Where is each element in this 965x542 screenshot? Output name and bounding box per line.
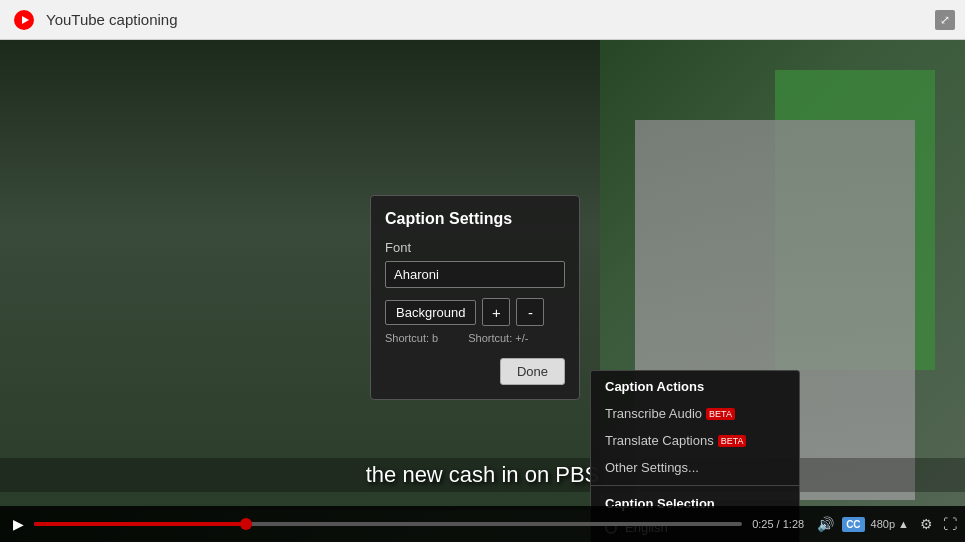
background-button[interactable]: Background [385,300,476,325]
expand-button[interactable]: ⤢ [935,10,955,30]
quality-button[interactable]: 480p ▲ [871,518,909,530]
caption-overlay: the new cash in on PBS [0,458,965,492]
font-input[interactable] [385,261,565,288]
caption-settings-panel: Caption Settings Font Background + - Sho… [370,195,580,400]
caption-settings-heading: Caption Settings [385,210,565,228]
translate-beta-badge: BETA [718,435,747,447]
transcribe-audio-item[interactable]: Transcribe Audio BETA [591,400,799,427]
video-player: the new cash in on PBS Caption Settings … [0,40,965,542]
done-button[interactable]: Done [500,358,565,385]
app-logo [10,6,38,34]
caption-actions-header: Caption Actions [591,371,799,400]
shortcut-row: Shortcut: b Shortcut: +/- [385,332,565,344]
translate-captions-label: Translate Captions [605,433,714,448]
window-title: YouTube captioning [46,11,178,28]
progress-thumb[interactable] [240,518,252,530]
play-button[interactable]: ▶ [8,516,28,532]
time-display: 0:25 / 1:28 [752,518,804,530]
shortcut-plusminus-label: Shortcut: +/- [468,332,528,344]
shortcut-b-label: Shortcut: b [385,332,438,344]
transcribe-beta-badge: BETA [706,408,735,420]
fullscreen-button[interactable]: ⛶ [943,516,957,532]
title-bar: YouTube captioning ⤢ [0,0,965,40]
transcribe-audio-label: Transcribe Audio [605,406,702,421]
increase-size-button[interactable]: + [482,298,510,326]
progress-bar[interactable] [34,522,742,526]
video-controls: ▶ 0:25 / 1:28 🔊 CC 480p ▲ ⚙ ⛶ [0,506,965,542]
volume-icon[interactable]: 🔊 [814,516,836,532]
background-row: Background + - [385,298,565,326]
progress-fill [34,522,246,526]
other-settings-item[interactable]: Other Settings... [591,454,799,481]
translate-captions-item[interactable]: Translate Captions BETA [591,427,799,454]
other-settings-label: Other Settings... [605,460,699,475]
font-label: Font [385,240,565,255]
decrease-size-button[interactable]: - [516,298,544,326]
actions-divider [591,485,799,486]
settings-icon[interactable]: ⚙ [915,516,937,532]
cc-button[interactable]: CC [842,517,864,532]
caption-text: the new cash in on PBS [366,462,600,487]
